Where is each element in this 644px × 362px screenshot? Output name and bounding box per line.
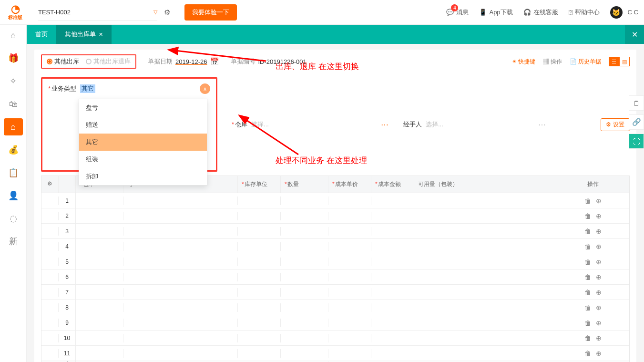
- table-row[interactable]: 8🗑⊕: [41, 300, 629, 315]
- rail-warehouse-icon[interactable]: ⌂: [4, 118, 23, 135]
- table-row[interactable]: 1🗑⊕: [41, 193, 629, 208]
- delete-icon[interactable]: 🗑: [584, 304, 591, 311]
- delete-icon[interactable]: 🗑: [584, 212, 591, 220]
- hotkey-link[interactable]: ✴ 快捷键: [512, 58, 535, 66]
- dropdown-option[interactable]: 拆卸: [79, 168, 207, 185]
- link-icon[interactable]: 🔗: [629, 114, 644, 130]
- table-row[interactable]: 2🗑⊕: [41, 208, 629, 224]
- dropdown-option[interactable]: 赠送: [79, 116, 207, 134]
- table-row[interactable]: 10🗑⊕: [41, 331, 629, 346]
- logo-icon: ◔: [11, 4, 20, 14]
- page-tabs: 首页 其他出库单 ✕ ✕: [27, 25, 644, 44]
- history-link[interactable]: 📄 历史单据: [570, 58, 601, 66]
- dropdown-option[interactable]: 盘亏: [79, 99, 207, 116]
- more-icon[interactable]: ⋯: [538, 120, 546, 129]
- logo: ◔ 标准版: [6, 4, 25, 21]
- annotation-arrow-1: [171, 48, 271, 65]
- table-row[interactable]: 3🗑⊕: [41, 224, 629, 239]
- rail-diamond-icon[interactable]: ✧: [4, 72, 23, 90]
- delete-icon[interactable]: 🗑: [584, 273, 591, 281]
- radio-other-outbound[interactable]: 其他出库: [47, 57, 79, 66]
- help-center-link[interactable]: ⍰ 帮助中心: [569, 8, 600, 17]
- delete-icon[interactable]: 🗑: [584, 334, 591, 342]
- delete-icon[interactable]: 🗑: [584, 228, 591, 235]
- table-row[interactable]: 11🗑⊕: [41, 346, 629, 361]
- delete-icon[interactable]: 🗑: [584, 197, 591, 205]
- expand-icon[interactable]: ⛶: [629, 134, 644, 149]
- add-row-icon[interactable]: ⊕: [596, 243, 602, 250]
- rail-gift-icon[interactable]: 🎁: [4, 50, 23, 67]
- rail-new-icon[interactable]: 新: [4, 233, 23, 250]
- annotation-arrow-2: [241, 115, 303, 160]
- tab-close-icon[interactable]: ✕: [99, 31, 103, 38]
- business-type-input[interactable]: 其它: [80, 84, 196, 93]
- more-icon[interactable]: ⋯: [381, 120, 389, 129]
- business-type-box: *业务类型 其它 ∧ 盘亏 赠送 其它 组装 拆卸: [41, 77, 217, 172]
- messages-link[interactable]: 💬 4 消息: [446, 8, 469, 17]
- add-row-icon[interactable]: ⊕: [596, 334, 602, 342]
- view-grid-icon[interactable]: ▤: [619, 57, 630, 66]
- handler-field[interactable]: 经手人 选择... ⋯: [403, 120, 546, 129]
- page-card: 其他出库 其他出库退库 单据日期 2019-12-26 📅: [34, 50, 636, 362]
- delete-icon[interactable]: 🗑: [584, 350, 591, 357]
- delete-icon[interactable]: 🗑: [584, 289, 591, 296]
- rail-bag-icon[interactable]: 🛍: [4, 95, 23, 113]
- tab-other-outbound[interactable]: 其他出库单 ✕: [56, 25, 112, 44]
- rail-clipboard-icon[interactable]: 📋: [4, 164, 23, 181]
- headset-icon: 🎧: [523, 9, 531, 16]
- table-row[interactable]: 7🗑⊕: [41, 285, 629, 300]
- logo-label: 标准版: [8, 14, 22, 21]
- user-menu[interactable]: 🐱 C C: [610, 6, 638, 19]
- settings-button[interactable]: ⚙ 设置: [601, 118, 630, 131]
- add-row-icon[interactable]: ⊕: [596, 258, 602, 266]
- dropdown-option[interactable]: 组装: [79, 151, 207, 168]
- chevron-down-icon: ▽: [153, 9, 157, 15]
- add-row-icon[interactable]: ⊕: [596, 197, 602, 205]
- tabs-close-all[interactable]: ✕: [625, 25, 644, 44]
- table-row[interactable]: 9🗑⊕: [41, 315, 629, 331]
- rail-contact-icon[interactable]: 👤: [4, 187, 23, 204]
- annotation-text-1: 出库、退库 在这里切换: [276, 61, 359, 72]
- delete-icon[interactable]: 🗑: [584, 258, 591, 266]
- radio-other-outbound-return[interactable]: 其他出库退库: [86, 57, 131, 66]
- project-selector[interactable]: TEST-H002 ▽: [38, 4, 157, 21]
- main-area: 首页 其他出库单 ✕ ✕ 其他出库 其: [27, 25, 644, 362]
- table-row[interactable]: 5🗑⊕: [41, 254, 629, 269]
- add-row-icon[interactable]: ⊕: [596, 273, 602, 281]
- delete-icon[interactable]: 🗑: [584, 243, 591, 250]
- rail-sync-icon[interactable]: ◌: [4, 210, 23, 227]
- avatar-icon: 🐱: [610, 6, 623, 19]
- tab-home[interactable]: 首页: [27, 25, 56, 44]
- chevron-up-icon[interactable]: ∧: [200, 83, 210, 94]
- add-row-icon[interactable]: ⊕: [596, 350, 602, 357]
- app-download-link[interactable]: 📱 App下载: [479, 8, 512, 17]
- rail-home-icon[interactable]: ⌂: [4, 27, 23, 44]
- settings-icon[interactable]: ⚙: [164, 8, 170, 17]
- add-row-icon[interactable]: ⊕: [596, 289, 602, 296]
- view-toggle[interactable]: ☰ ▤: [609, 57, 630, 66]
- table-row[interactable]: 6🗑⊕: [41, 269, 629, 285]
- view-list-icon[interactable]: ☰: [609, 57, 619, 66]
- add-row-icon[interactable]: ⊕: [596, 212, 602, 220]
- note-icon[interactable]: 🗒: [629, 95, 644, 111]
- th-index: [59, 176, 76, 193]
- th-actions: 操作: [557, 176, 629, 193]
- add-row-icon[interactable]: ⊕: [596, 304, 602, 311]
- th-qty: *数量: [281, 176, 328, 193]
- th-gear[interactable]: ⚙: [41, 176, 59, 193]
- dropdown-option-selected[interactable]: 其它: [79, 134, 207, 151]
- delete-icon[interactable]: 🗑: [584, 319, 591, 327]
- content: 其他出库 其他出库退库 单据日期 2019-12-26 📅: [27, 44, 644, 362]
- business-type-field[interactable]: *业务类型 其它 ∧: [48, 83, 210, 94]
- help-icon: ⍰: [569, 9, 572, 16]
- items-table: ⚙ *仓库 号 *库存单位 *数量 *成本单价 *成本金额 可用量（包装） 操作…: [41, 176, 630, 362]
- add-row-icon[interactable]: ⊕: [596, 319, 602, 327]
- add-row-icon[interactable]: ⊕: [596, 228, 602, 235]
- try-button[interactable]: 我要体验一下: [184, 4, 237, 21]
- operate-link[interactable]: ▦ 操作: [543, 58, 562, 66]
- top-links: 💬 4 消息 📱 App下载 🎧 在线客服 ⍰ 帮助中心 🐱 C C: [446, 6, 638, 19]
- rail-money-icon[interactable]: 💰: [4, 141, 23, 158]
- online-service-link[interactable]: 🎧 在线客服: [523, 8, 558, 17]
- table-row[interactable]: 4🗑⊕: [41, 239, 629, 254]
- right-float-rail: 🗒 🔗 ⛶: [629, 95, 644, 149]
